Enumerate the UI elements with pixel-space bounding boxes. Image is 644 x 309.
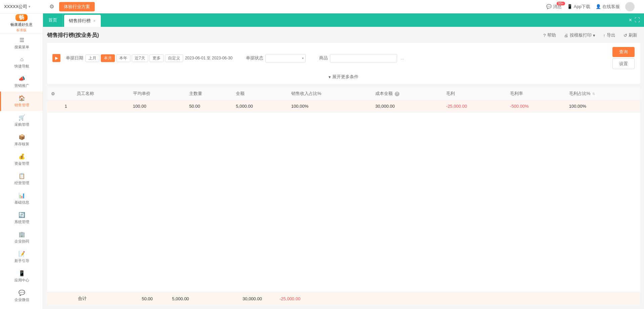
sidebar-item-guide[interactable]: 📝 新手引导 xyxy=(0,247,43,267)
sidebar-item-shortcuts[interactable]: ⌂ 快捷导航 xyxy=(0,53,43,72)
content-area: 首页 销售排行榜 × × ⛶ 销售排行榜(按业务员) ? 帮助 xyxy=(43,13,644,309)
finance-icon: 💰 xyxy=(18,153,25,160)
enterprise-icon: 🏢 xyxy=(18,231,25,238)
message-button[interactable]: 💬 消息 99+ xyxy=(546,4,562,10)
date-label: 单据日期 xyxy=(66,55,83,61)
sidebar-item-member[interactable]: ◇ 畅会员 xyxy=(0,306,43,309)
row-gross-pct: 100.00% xyxy=(565,100,640,112)
data-table: ⚙ 员工名称 平均单价 主数量 全额 销售收入占比% 成本全额 ? xyxy=(47,87,640,112)
status-filter: 单据状态 xyxy=(246,54,306,62)
marketing-icon: 📣 xyxy=(18,75,25,82)
tip-icon[interactable]: ? xyxy=(395,92,399,96)
sidebar-item-label: 新手引导 xyxy=(14,258,29,263)
table-empty-space xyxy=(47,112,640,292)
sidebar-item-apps[interactable]: 📱 应用中心 xyxy=(0,267,43,286)
date-btn-last-month[interactable]: 上月 xyxy=(85,54,99,62)
tab-sales-ranking[interactable]: 销售排行榜 × xyxy=(64,15,101,27)
export-icon: ↑ xyxy=(603,33,606,38)
sidebar-item-label: 经营管理 xyxy=(14,181,29,186)
sales-icon: 🏠 xyxy=(18,95,25,101)
sidebar-item-operations[interactable]: 📋 经营管理 xyxy=(0,169,43,189)
date-btn-this-year[interactable]: 本年 xyxy=(116,54,130,62)
avatar[interactable] xyxy=(625,2,635,11)
expand-row: ▾ 展开更多条件 xyxy=(52,71,635,80)
gear-icon[interactable]: ⚙ xyxy=(51,91,55,96)
column-settings-button[interactable]: 设置 xyxy=(612,58,635,69)
page-header: 销售排行榜(按业务员) ? 帮助 🖨 按模板打印 ▾ ↑ 导出 xyxy=(47,31,640,40)
sidebar-item-finance[interactable]: 💰 资金管理 xyxy=(0,150,43,169)
col-gross: 毛利 xyxy=(442,87,506,100)
close-icon[interactable]: × xyxy=(93,18,96,23)
app-dl-label: App下载 xyxy=(574,4,590,10)
sidebar-item-sales[interactable]: 🏠 销售管理 xyxy=(0,92,43,111)
main-layout: 畅 畅康通好生意 标准版 ☰ 搜索菜单 ⌂ 快捷导航 📣 营销推广 🏠 销售管理… xyxy=(0,13,644,309)
app-download-button[interactable]: 📱 App下载 xyxy=(567,4,590,10)
expand-more-button[interactable]: ▾ 展开更多条件 xyxy=(329,74,358,80)
inventory-icon: 📦 xyxy=(18,134,25,140)
date-range: 2023-06-01 至 2023-06-30 xyxy=(185,55,232,61)
sidebar-item-base[interactable]: 📊 基础信息 xyxy=(0,189,43,208)
wechat-icon: 💬 xyxy=(18,290,25,296)
logo-text: 畅康通好生意 xyxy=(10,22,33,27)
top-bar-right: 💬 消息 99+ 📱 App下载 👤 在线客服 xyxy=(546,2,640,11)
row-settings xyxy=(47,100,59,112)
online-service-button[interactable]: 👤 在线客服 xyxy=(596,4,620,10)
date-btn-7days[interactable]: 近7天 xyxy=(132,54,148,62)
filter-toggle-button[interactable]: ▶ xyxy=(52,54,60,62)
col-quantity: 主数量 xyxy=(185,87,232,100)
logo-icon: 畅 xyxy=(15,14,28,21)
sidebar-item-label: 营销推广 xyxy=(14,83,29,88)
sidebar-item-label: 销售管理 xyxy=(14,103,29,108)
print-button[interactable]: 🖨 按模板打印 ▾ xyxy=(561,31,598,40)
query-button[interactable]: 查询 xyxy=(612,47,635,57)
sidebar-item-search[interactable]: ☰ 搜索菜单 xyxy=(0,34,43,53)
close-window-icon[interactable]: × xyxy=(629,17,632,23)
goods-filter: 商品 ... xyxy=(319,54,405,62)
message-icon: 💬 xyxy=(546,4,552,9)
service-label: 在线客服 xyxy=(602,4,620,10)
col-gross-pct: 毛利占比% ⇅ xyxy=(565,87,640,100)
sidebar-item-wechat[interactable]: 💬 企业微信 xyxy=(0,286,43,306)
tab-bar: 首页 销售排行榜 × × ⛶ xyxy=(43,13,644,27)
settings-icon[interactable]: ⚙ xyxy=(47,2,56,11)
row-gross: -25,000.00 xyxy=(442,100,506,112)
col-settings: ⚙ xyxy=(47,87,59,100)
tab-home[interactable]: 首页 xyxy=(43,13,63,27)
sidebar-item-enterprise[interactable]: 🏢 企业协同 xyxy=(0,228,43,247)
row-cost: 30,000.00 xyxy=(371,100,442,112)
trial-button[interactable]: 体验行业方案 xyxy=(59,2,95,11)
company-selector[interactable]: XXXXX公司 ▾ xyxy=(4,4,44,10)
date-btn-custom[interactable]: 自定义 xyxy=(165,54,183,62)
date-btn-this-month[interactable]: 本月 xyxy=(101,54,115,62)
sidebar-item-purchase[interactable]: 🛒 采购管理 xyxy=(0,111,43,131)
goods-input[interactable] xyxy=(330,54,397,62)
print-label: 按模板打印 xyxy=(570,32,592,38)
goods-more-button[interactable]: ... xyxy=(399,54,405,62)
date-filter: 单据日期 上月 本月 本年 近7天 更多 自定义 2023-06-01 至 20… xyxy=(66,54,232,62)
refresh-button[interactable]: ↺ 刷新 xyxy=(621,31,640,40)
export-button[interactable]: ↑ 导出 xyxy=(601,31,618,40)
expand-icon[interactable]: ⛶ xyxy=(635,17,640,23)
footer-label: 合计 xyxy=(78,296,112,302)
refresh-label: 刷新 xyxy=(629,32,637,38)
sidebar-item-label: 企业微信 xyxy=(14,297,29,302)
sidebar-item-inventory[interactable]: 📦 库存核算 xyxy=(0,131,43,150)
date-btn-more[interactable]: 更多 xyxy=(149,54,164,62)
sort-icon[interactable]: ⇅ xyxy=(592,92,595,96)
help-button[interactable]: ? 帮助 xyxy=(541,31,558,40)
refresh-icon: ↺ xyxy=(624,33,627,38)
col-name: 员工名称 xyxy=(73,87,129,100)
filter-area: ▶ 单据日期 上月 本月 本年 近7天 更多 自定义 2023-06-01 至 … xyxy=(47,43,640,84)
status-select[interactable] xyxy=(265,54,306,62)
sidebar-item-label: 采购管理 xyxy=(14,122,29,127)
export-label: 导出 xyxy=(607,32,615,38)
app-icon: 📱 xyxy=(567,4,572,9)
system-icon: 🔄 xyxy=(18,212,25,218)
help-label: 帮助 xyxy=(547,32,556,38)
table-body: 1 100.00 50.00 5,000.00 100.00% 30,000.0… xyxy=(47,100,640,112)
sidebar-item-marketing[interactable]: 📣 营销推广 xyxy=(0,72,43,92)
footer-amount: 5,000.00 xyxy=(172,296,206,301)
purchase-icon: 🛒 xyxy=(18,114,25,121)
home-icon: ⌂ xyxy=(20,56,24,62)
sidebar-item-system[interactable]: 🔄 系统管理 xyxy=(0,208,43,228)
